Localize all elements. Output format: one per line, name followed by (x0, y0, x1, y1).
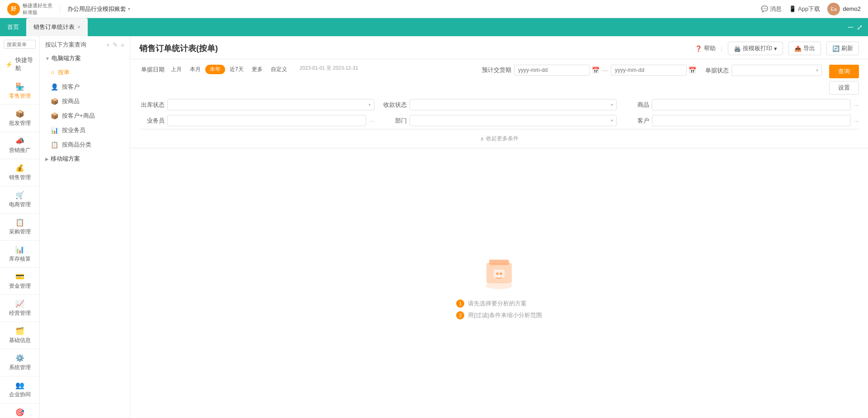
date-to-input[interactable] (611, 65, 687, 76)
tab-close-icon[interactable]: × (77, 24, 80, 30)
scheme-item-by-customer[interactable]: 👤 按客户 (40, 80, 130, 94)
print-button[interactable]: 🖨️ 按模板打印 ▾ (728, 42, 783, 55)
refresh-icon: 🔄 (832, 45, 840, 52)
basic-icon: 🗂️ (15, 327, 24, 335)
shortcut-last-month[interactable]: 上月 (167, 65, 185, 74)
help-icon: ❓ (695, 45, 702, 52)
logo-icon: 好 (7, 3, 20, 15)
system-icon: ⚙️ (15, 354, 24, 362)
shortcut-custom[interactable]: 自定义 (267, 65, 291, 74)
by-customer-icon: 👤 (51, 83, 58, 90)
date-filter-group: 单据日期 上月 本月 本年 近7天 更多 自定义 (139, 65, 291, 74)
sidebar-item-system[interactable]: ⚙️ 系统管理 (0, 349, 39, 376)
sidebar-item-sales[interactable]: 💰 销售管理 (0, 159, 39, 186)
goods-input[interactable] (652, 99, 851, 110)
goods-more-icon[interactable]: ··· (854, 101, 859, 109)
app-download-button[interactable]: 📱 App下载 (789, 5, 820, 13)
scheme-collapse-icon[interactable]: « (121, 41, 124, 48)
status-filter-group: 单据状态 ▾ (703, 65, 822, 76)
page-title: 销售订单统计表(按单) (139, 43, 218, 54)
export-icon: 📤 (794, 45, 802, 52)
date-from-input[interactable] (514, 65, 590, 76)
scheme-group-mobile-header[interactable]: ▶ 移动端方案 (40, 152, 130, 166)
tab-sales-order-stats[interactable]: 销售订单统计表 × (26, 18, 88, 36)
query-button[interactable]: 查询 (829, 65, 859, 78)
customer-more-icon[interactable]: ··· (854, 117, 859, 124)
export-button[interactable]: 📤 导出 (788, 42, 821, 55)
calendar-from-icon[interactable]: 📅 (592, 66, 599, 74)
message-icon: 💬 (761, 5, 768, 12)
sidebar-item-collab[interactable]: 👥 企业协同 (0, 376, 39, 404)
tab-home[interactable]: 首页 (0, 18, 26, 36)
svg-point-5 (500, 272, 502, 275)
page-header-actions: ❓ 帮助 | 🖨️ 按模板打印 ▾ 📤 导出 🔄 (695, 42, 859, 55)
scheme-item-by-salesperson[interactable]: 📊 按业务员 (40, 123, 130, 138)
calendar-to-icon[interactable]: 📅 (689, 66, 696, 74)
purchase-icon: 📋 (15, 218, 24, 227)
scheme-edit-icon[interactable]: ✎ (113, 41, 118, 48)
empty-state: 1 请先选择要分析的方案 2 用[过滤]条件来缩小分析范围 (130, 148, 868, 418)
svg-point-4 (496, 272, 499, 275)
quick-nav-icon: ⚡ (5, 61, 13, 68)
collapse-button[interactable]: ∧ 收起更多条件 (139, 132, 859, 145)
newbie-icon: 🎯 (15, 408, 24, 417)
payment-status-select[interactable] (410, 99, 617, 110)
refresh-button[interactable]: 🔄 刷新 (826, 42, 859, 55)
sidebar-item-retail[interactable]: 🏪 零售管理 (0, 78, 39, 105)
sidebar-item-finance[interactable]: 💳 资金管理 (0, 268, 39, 295)
salesperson-more-icon[interactable]: ··· (369, 117, 374, 124)
sidebar-item-business[interactable]: 📈 经营管理 (0, 295, 39, 322)
print-icon: 🖨️ (734, 45, 741, 52)
hint-text-1: 请先选择要分析的方案 (468, 299, 527, 308)
shortcut-this-year[interactable]: 本年 (205, 65, 225, 74)
user-menu[interactable]: Ea demo2 (827, 3, 861, 15)
help-button[interactable]: ❓ 帮助 (695, 44, 716, 52)
empty-illustration (476, 247, 522, 292)
sales-icon: 💰 (15, 164, 24, 172)
payment-status-label: 收款状态 (382, 101, 407, 109)
hint-num-1: 1 (456, 299, 464, 308)
search-input[interactable] (4, 40, 36, 49)
settings-button[interactable]: 设置 (829, 81, 859, 95)
sidebar-item-inventory[interactable]: 📊 库存核算 (0, 241, 39, 268)
scheme-item-by-goods[interactable]: 📦 按商品 (40, 94, 130, 109)
avatar: Ea (827, 3, 840, 15)
scheme-panel: 按以下方案查询 + ✎ « ▼ 电脑端方案 ○ 按单 👤 按客户 (40, 36, 130, 418)
collapse-label: 收起更多条件 (486, 135, 519, 142)
sidebar: ⚡ 快捷导航 🏪 零售管理 📦 批发管理 📣 营销推广 💰 销售管理 🛒 电商管… (0, 36, 40, 418)
shortcut-more[interactable]: 更多 (248, 65, 266, 74)
sidebar-item-ecommerce[interactable]: 🛒 电商管理 (0, 186, 39, 214)
shortcut-this-month[interactable]: 本月 (186, 65, 204, 74)
sidebar-item-purchase[interactable]: 📋 采购管理 (0, 214, 39, 241)
status-select[interactable] (731, 65, 822, 76)
inventory-icon: 📊 (15, 245, 24, 254)
finance-icon: 💳 (15, 272, 24, 281)
scheme-panel-title: 按以下方案查询 (45, 41, 86, 49)
dept-select[interactable] (410, 115, 617, 126)
customer-label: 客户 (624, 117, 649, 125)
ship-status-select[interactable] (167, 99, 374, 110)
scheme-group-pc-header[interactable]: ▼ 电脑端方案 (40, 52, 130, 65)
status-select-wrap: ▾ (731, 65, 822, 76)
sidebar-item-basic[interactable]: 🗂️ 基础信息 (0, 322, 39, 349)
message-button[interactable]: 💬 消息 (761, 5, 782, 13)
tab-minimize-icon[interactable]: ─ (848, 23, 853, 32)
scheme-item-by-cust-goods[interactable]: 📦 按客户+商品 (40, 109, 130, 123)
scheme-add-icon[interactable]: + (106, 41, 110, 48)
workspace-selector[interactable]: 办公用品行业模拟账套 ▾ (67, 5, 130, 13)
by-category-icon: 📋 (51, 141, 58, 148)
scheme-item-by-order[interactable]: ○ 按单 (40, 65, 130, 80)
expected-date-label: 预计交货期 (482, 66, 511, 74)
customer-input[interactable] (652, 115, 851, 126)
shortcut-7days[interactable]: 近7天 (226, 65, 247, 74)
sidebar-item-marketing[interactable]: 📣 营销推广 (0, 132, 39, 159)
topbar-right: 💬 消息 📱 App下载 Ea demo2 (761, 3, 861, 15)
scheme-item-by-category[interactable]: 📋 按商品分类 (40, 138, 130, 152)
salesperson-input[interactable] (167, 115, 366, 126)
sidebar-item-wholesale[interactable]: 📦 批发管理 (0, 105, 39, 132)
sidebar-item-quick-nav[interactable]: ⚡ 快捷导航 (0, 52, 39, 76)
tab-maximize-icon[interactable]: ⤢ (857, 23, 863, 32)
empty-hint-2: 2 用[过滤]条件来缩小分析范围 (456, 311, 542, 319)
scheme-group-arrow: ▼ (45, 56, 50, 61)
sidebar-item-newbie[interactable]: 🎯 新手引导 (0, 404, 39, 418)
